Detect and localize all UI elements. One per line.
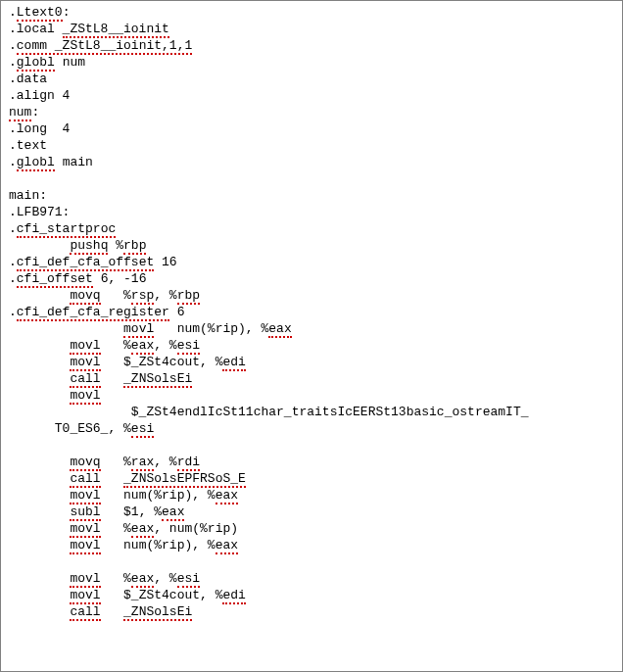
code-line[interactable]: movl $_ZSt4cout, %edi: [9, 588, 614, 604]
code-line[interactable]: .cfi_startproc: [9, 221, 614, 238]
spell-underline-segment: movl: [70, 388, 100, 405]
code-text-segment: $_ZSt4endlIcSt11char_traitsIcEERSt13basi…: [9, 405, 529, 419]
code-line[interactable]: movl $_ZSt4cout, %edi: [9, 355, 614, 371]
code-text-segment: [9, 504, 70, 519]
spell-underline-segment: rbp: [123, 238, 146, 255]
spell-underline-segment: eax: [216, 488, 238, 504]
code-line[interactable]: .LFB971:: [9, 205, 614, 221]
code-line[interactable]: .Ltext0:: [9, 5, 614, 22]
code-text-segment: %: [101, 338, 131, 353]
code-text-segment: :: [63, 5, 71, 20]
spell-underline-segment: call: [70, 471, 100, 488]
spell-underline-segment: cfi_startproc: [17, 221, 116, 238]
code-line[interactable]: movl %eax, %esi: [9, 338, 614, 355]
code-line[interactable]: [9, 554, 614, 571]
code-line[interactable]: .data: [9, 72, 614, 88]
code-text-segment: [9, 488, 70, 503]
code-text-segment: [9, 455, 70, 469]
code-line[interactable]: call _ZNSolsEPFRSoS_E: [9, 471, 614, 488]
code-text-segment: [9, 588, 70, 602]
code-text-segment: [9, 571, 70, 586]
code-line[interactable]: movq %rax, %rdi: [9, 455, 614, 471]
code-line[interactable]: .local _ZStL8__ioinit: [9, 22, 614, 38]
code-text-segment: 16: [154, 255, 176, 269]
code-text-segment: , num(%rip): [154, 521, 238, 536]
code-text-segment: , %: [154, 571, 176, 586]
code-text-segment: $1, %: [101, 504, 162, 519]
code-line[interactable]: [9, 171, 614, 188]
code-text-segment: .long 4: [9, 121, 70, 136]
spell-underline-segment: movl: [70, 338, 100, 355]
spell-underline-segment: pushq: [70, 238, 108, 255]
code-line[interactable]: .long 4: [9, 121, 614, 138]
code-text-segment: %: [101, 571, 131, 586]
spell-underline-segment: cfi_def_cfa_register: [17, 305, 169, 321]
code-line[interactable]: .cfi_def_cfa_offset 16: [9, 255, 614, 271]
code-line[interactable]: movl: [9, 388, 614, 405]
code-text-segment: [101, 604, 123, 619]
code-text-segment: $_ZSt4cout, %: [101, 355, 223, 369]
code-line[interactable]: .text: [9, 138, 614, 155]
code-text-segment: [9, 338, 70, 353]
code-line[interactable]: subl $1, %eax: [9, 504, 614, 521]
spell-underline-segment: movl: [123, 321, 154, 338]
spell-underline-segment: _ZStL8__ioinit: [63, 22, 169, 38]
code-line[interactable]: num:: [9, 105, 614, 121]
code-text-segment: [9, 538, 70, 552]
code-line[interactable]: movl num(%rip), %eax: [9, 488, 614, 504]
code-line[interactable]: pushq %rbp: [9, 238, 614, 255]
code-line[interactable]: call _ZNSolsEi: [9, 371, 614, 388]
code-text-segment: .: [9, 155, 17, 169]
code-line[interactable]: movl %eax, %esi: [9, 571, 614, 588]
code-text-segment: .: [9, 38, 17, 53]
spell-underline-segment: movl: [70, 355, 100, 371]
code-text-segment: [9, 471, 70, 486]
spell-underline-segment: eax: [131, 338, 154, 355]
spell-underline-segment: movl: [70, 588, 100, 604]
spell-underline-segment: subl: [70, 504, 100, 521]
code-text-segment: , %: [154, 288, 176, 303]
code-line[interactable]: movl num(%rip), %eax: [9, 321, 614, 338]
code-line[interactable]: [9, 438, 614, 455]
spell-underline-segment: cfi_def_cfa_offset: [17, 255, 154, 271]
code-editor-pane[interactable]: .Ltext0:.local _ZStL8__ioinit.comm _ZStL…: [0, 0, 623, 672]
code-text-segment: num(%rip), %: [101, 538, 216, 552]
code-text-segment: [9, 288, 70, 303]
code-text-segment: %: [101, 455, 131, 469]
spell-underline-segment: esi: [177, 338, 200, 355]
spell-underline-segment: movl: [70, 571, 100, 588]
code-line[interactable]: .globl main: [9, 155, 614, 171]
spell-underline-segment: eax: [131, 521, 154, 538]
spell-underline-segment: cfi_offset: [17, 271, 93, 288]
code-line[interactable]: .globl num: [9, 55, 614, 72]
code-text-segment: [9, 521, 70, 536]
code-line[interactable]: .cfi_offset 6, -16: [9, 271, 614, 288]
code-line[interactable]: movq %rsp, %rbp: [9, 288, 614, 305]
code-line[interactable]: movl %eax, num(%rip): [9, 521, 614, 538]
code-line[interactable]: call _ZNSolsEi: [9, 604, 614, 621]
code-text-segment: .align 4: [9, 88, 70, 103]
code-line[interactable]: main:: [9, 188, 614, 205]
code-line[interactable]: .cfi_def_cfa_register 6: [9, 305, 614, 321]
code-text-segment: [9, 388, 70, 403]
code-text-segment: main: [55, 155, 93, 169]
code-text-segment: .local: [9, 22, 63, 36]
code-text-segment: [101, 371, 123, 386]
spell-underline-segment: rsp: [131, 288, 154, 305]
code-text-segment: .: [9, 271, 17, 286]
code-line[interactable]: .align 4: [9, 88, 614, 105]
code-text-segment: .: [9, 255, 17, 269]
code-line[interactable]: $_ZSt4endlIcSt11char_traitsIcEERSt13basi…: [9, 405, 614, 421]
code-text-segment: num: [55, 55, 85, 70]
code-line[interactable]: T0_ES6_, %esi: [9, 421, 614, 438]
spell-underline-segment: movq: [70, 288, 100, 305]
code-text-segment: 6: [169, 305, 185, 319]
code-text-segment: %: [108, 238, 123, 253]
spell-underline-segment: _ZNSolsEi: [123, 371, 192, 388]
code-text-segment: .: [9, 221, 17, 236]
code-text-segment: main:: [9, 188, 47, 203]
spell-underline-segment: edi: [222, 355, 245, 371]
code-line[interactable]: .comm _ZStL8__ioinit,1,1: [9, 38, 614, 55]
code-line[interactable]: movl num(%rip), %eax: [9, 538, 614, 554]
editor-text-content[interactable]: .Ltext0:.local _ZStL8__ioinit.comm _ZStL…: [1, 1, 622, 625]
